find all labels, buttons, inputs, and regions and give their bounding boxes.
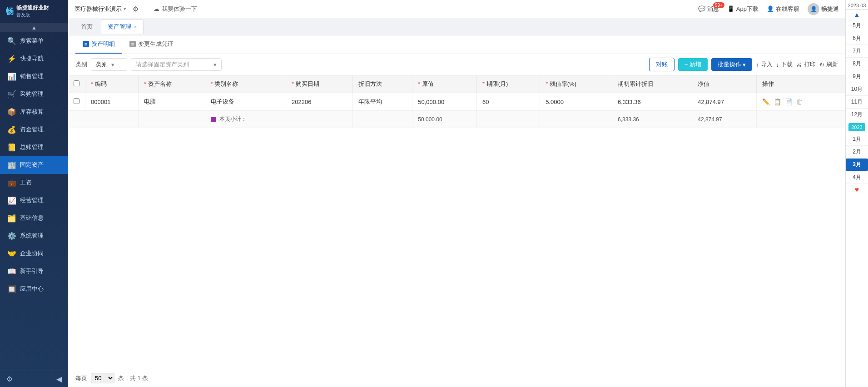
refresh-button[interactable]: ↻ 刷新 [819,60,838,69]
app-download-label: App下载 [736,5,759,13]
new-button[interactable]: + 新增 [678,58,708,71]
per-page-select[interactable]: 50 10 20 100 [91,373,114,383]
message-icon: 💬 [698,5,705,12]
subtotal-empty-6 [476,111,540,128]
settings-icon[interactable]: ⚙ [6,375,13,383]
sidebar-item-fixed[interactable]: 🏢 固定资产 [0,156,68,174]
date-month-11[interactable]: 11月 [846,96,868,109]
category-input[interactable]: 请选择固定资产类别 ▾ [131,58,222,71]
date-month-2[interactable]: 2月 [846,146,868,159]
delete-icon[interactable]: 🗑 [796,98,803,105]
sidebar-item-label-basic: 基础信息 [20,214,44,222]
date-month-3-current[interactable]: 3月 [846,159,868,171]
import-button[interactable]: ↑ 导入 [756,60,773,69]
ops-icon: 📈 [7,196,16,205]
sidebar-item-sales[interactable]: 📊 销售管理 [0,68,68,85]
th-period: * 期限(月) [476,75,540,93]
collapse-icon[interactable]: ◀ [56,375,62,383]
sidebar-item-basic[interactable]: 🗂️ 基础信息 [0,209,68,227]
detail-icon[interactable]: 📋 [774,98,781,105]
toolbar: 类别 类别 ▾ 请选择固定资产类别 ▾ 对账 + 新增 批量操作 ▾ ↑ [68,54,845,75]
download-button[interactable]: ↓ 下载 [776,60,793,69]
sidebar-item-label-guide: 新手引导 [20,267,44,275]
td-action: ✏️ 📋 📄 🗑 [756,93,845,111]
sidebar-item-purchase[interactable]: 🛒 采购管理 [0,85,68,103]
date-panel: 2023.03 ▲ 5月 6月 7月 8月 9月 10月 11月 12月 202… [845,0,868,387]
date-month-5[interactable]: 5月 [846,20,868,32]
sidebar-item-guide[interactable]: 📖 新手引导 [0,263,68,280]
tab-asset-detail[interactable]: ≡ 资产明细 [75,35,122,54]
date-year-2023-label: 2023 [848,123,865,131]
subtotal-accum: 6,333.36 [612,111,692,128]
batch-chevron-icon: ▾ [743,61,746,68]
download-icon: ↓ [776,61,779,68]
date-panel-year: 2023.03 [846,0,868,10]
date-scroll-up-icon[interactable]: ▲ [853,10,862,20]
tab-close-icon[interactable]: × [134,24,137,30]
date-month-7[interactable]: 7月 [846,45,868,58]
tab-asset-management[interactable]: 资产管理 × [101,20,144,34]
sales-icon: 📊 [7,72,16,81]
experience-button[interactable]: ☁ 我要体验一下 [154,5,197,13]
app-download-button[interactable]: 📱 App下载 [727,5,759,13]
voucher-icon: ≡ [129,41,136,47]
subtotal-empty-4 [286,111,353,128]
print-label: 打印 [804,60,816,69]
pagination: 每页 50 10 20 100 条，共 1 条 [68,369,845,387]
online-service-button[interactable]: 👤 在线客服 [767,5,799,13]
sidebar-logo: 畅 [5,6,14,17]
pagination-total: 条，共 1 条 [118,374,148,382]
date-month-9[interactable]: 9月 [846,70,868,83]
tab-home[interactable]: 首页 [74,20,99,34]
user-avatar-button[interactable]: 👤 畅捷通 [808,3,839,15]
td-category: 电子设备 [205,93,286,111]
sidebar-item-ops[interactable]: 📈 经营管理 [0,192,68,209]
sidebar-item-quicknav[interactable]: ⚡ 快捷导航 [0,50,68,68]
date-month-10[interactable]: 10月 [846,83,868,96]
print-icon: 🖨 [796,61,802,68]
sidebar-item-coop[interactable]: 🤝 企业协同 [0,245,68,263]
favorite-icon[interactable]: ♥ [853,184,861,196]
import-label: 导入 [761,60,773,69]
settings-gear-icon[interactable]: ⚙ [133,5,139,13]
row-checkbox[interactable] [74,98,79,104]
date-month-8[interactable]: 8月 [846,58,868,70]
sidebar-item-label-salary: 工资 [20,179,32,187]
sidebar-item-funds[interactable]: 💰 资金管理 [0,121,68,139]
date-month-6[interactable]: 6月 [846,32,868,45]
th-checkbox [68,75,85,93]
sidebar-item-label-inventory: 库存核算 [20,108,44,116]
sidebar-item-inventory[interactable]: 📦 库存核算 [0,103,68,121]
import-icon: ↑ [756,61,759,68]
category-type-select[interactable]: 类别 ▾ [91,58,127,71]
select-all-checkbox[interactable] [74,80,79,86]
salary-icon: 💼 [7,179,16,187]
company-selector[interactable]: 医疗器械行业演示 ▾ [74,5,126,13]
edit-icon[interactable]: ✏️ [762,98,770,105]
sidebar-scroll-up[interactable]: ▲ [0,23,68,32]
batch-button[interactable]: 批量操作 ▾ [711,58,752,71]
avatar: 👤 [808,3,819,15]
experience-icon: ☁ [154,5,159,12]
filter-bar: 类别 类别 ▾ 请选择固定资产类别 ▾ [75,58,222,71]
sidebar-item-salary[interactable]: 💼 工资 [0,174,68,192]
sidebar-item-search[interactable]: 🔍 搜索菜单 [0,32,68,50]
sidebar-item-system[interactable]: ⚙️ 系统管理 [0,227,68,245]
reconcile-button[interactable]: 对账 [649,58,675,71]
topbar-right: 💬 消息 99+ 📱 App下载 👤 在线客服 👤 畅捷通 [698,3,839,15]
td-depreciation-method: 年限平均 [352,93,412,111]
sidebar-item-ledger[interactable]: 📒 总账管理 [0,139,68,156]
date-month-12[interactable]: 12月 [846,109,868,121]
tab-depreciation-voucher[interactable]: ≡ 变更生成凭证 [122,35,181,54]
asset-detail-label: 资产明细 [91,40,115,48]
category-filter-label: 类别 [75,60,87,69]
date-month-4[interactable]: 4月 [846,171,868,184]
date-month-1[interactable]: 1月 [846,133,868,146]
copy-icon[interactable]: 📄 [785,98,793,105]
sidebar-item-apps[interactable]: 🔲 应用中心 [0,280,68,298]
sidebar: 畅 畅捷通好业财 普及版 ▲ 🔍 搜索菜单⚡ 快捷导航📊 销售管理🛒 采购管理📦… [0,0,68,387]
subtotal-net: 42,874.97 [692,111,757,128]
message-button[interactable]: 💬 消息 99+ [698,5,719,13]
th-depreciation-method: 折旧方法 [352,75,412,93]
print-button[interactable]: 🖨 打印 [796,60,816,69]
